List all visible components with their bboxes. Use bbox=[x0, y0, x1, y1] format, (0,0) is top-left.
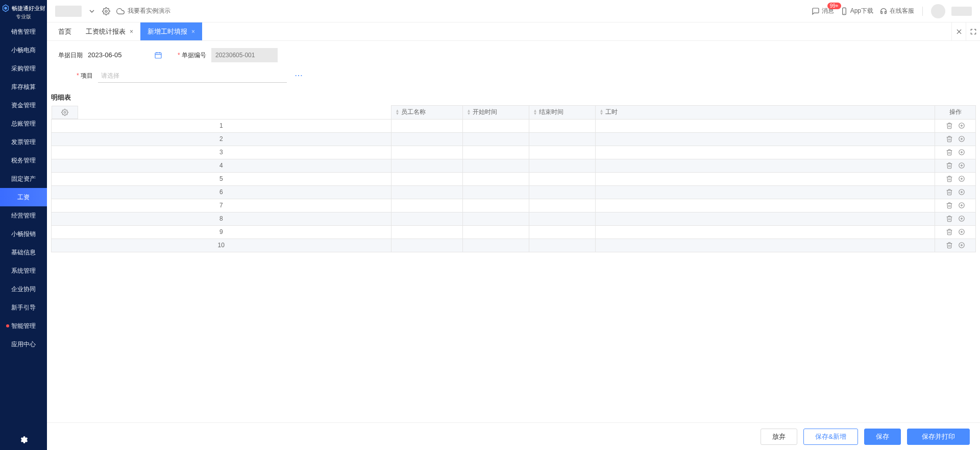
delete-icon[interactable] bbox=[946, 175, 953, 182]
cell-employee[interactable] bbox=[391, 159, 462, 172]
sidebar-item[interactable]: 发票管理 bbox=[0, 133, 47, 151]
cell-employee[interactable] bbox=[391, 185, 462, 199]
cell-start[interactable] bbox=[462, 159, 529, 172]
add-row-icon[interactable] bbox=[958, 162, 965, 169]
sidebar-item[interactable]: 资金管理 bbox=[0, 96, 47, 114]
sidebar-item[interactable]: 工资 bbox=[0, 188, 47, 206]
cell-employee[interactable] bbox=[391, 225, 462, 239]
sidebar-item[interactable]: 固定资产 bbox=[0, 170, 47, 188]
add-row-icon[interactable] bbox=[958, 242, 965, 249]
cell-employee[interactable] bbox=[391, 199, 462, 212]
delete-icon[interactable] bbox=[946, 188, 953, 196]
messages-button[interactable]: 消息 99+ bbox=[812, 7, 834, 15]
cell-end[interactable] bbox=[529, 119, 595, 132]
discard-button[interactable]: 放弃 bbox=[761, 429, 797, 445]
cell-hours[interactable] bbox=[595, 212, 935, 225]
cell-hours[interactable] bbox=[595, 185, 935, 199]
col-hours[interactable]: ▲▼工时 bbox=[595, 106, 935, 120]
cell-end[interactable] bbox=[529, 199, 595, 212]
cell-end[interactable] bbox=[529, 146, 595, 159]
tab[interactable]: 首页 bbox=[51, 22, 79, 40]
sidebar-item[interactable]: 小畅报销 bbox=[0, 225, 47, 243]
cell-hours[interactable] bbox=[595, 199, 935, 212]
user-name-placeholder[interactable] bbox=[951, 7, 972, 16]
sidebar-item[interactable]: 销售管理 bbox=[0, 22, 47, 41]
sidebar-item[interactable]: 系统管理 bbox=[0, 262, 47, 280]
demo-link[interactable]: 我要看实例演示 bbox=[116, 7, 170, 15]
cell-employee[interactable] bbox=[391, 172, 462, 185]
sidebar-item[interactable]: 企业协同 bbox=[0, 280, 47, 298]
tab-close-icon[interactable]: × bbox=[130, 28, 133, 35]
delete-icon[interactable] bbox=[946, 149, 953, 156]
add-row-icon[interactable] bbox=[958, 188, 965, 196]
delete-icon[interactable] bbox=[946, 135, 953, 143]
col-start[interactable]: ▲▼开始时间 bbox=[462, 106, 529, 120]
col-settings[interactable] bbox=[52, 106, 78, 119]
sidebar-item[interactable]: 智能管理 bbox=[0, 317, 47, 335]
cell-start[interactable] bbox=[462, 212, 529, 225]
col-end[interactable]: ▲▼结束时间 bbox=[529, 106, 595, 120]
sidebar-item[interactable]: 小畅电商 bbox=[0, 41, 47, 59]
cell-end[interactable] bbox=[529, 172, 595, 185]
cell-start[interactable] bbox=[462, 119, 529, 132]
cell-hours[interactable] bbox=[595, 225, 935, 239]
sidebar-settings[interactable] bbox=[0, 430, 47, 450]
cell-end[interactable] bbox=[529, 239, 595, 252]
cell-start[interactable] bbox=[462, 225, 529, 239]
cell-employee[interactable] bbox=[391, 146, 462, 159]
add-row-icon[interactable] bbox=[958, 122, 965, 129]
delete-icon[interactable] bbox=[946, 162, 953, 169]
project-input[interactable] bbox=[98, 68, 287, 83]
settings-icon[interactable] bbox=[102, 7, 110, 15]
add-row-icon[interactable] bbox=[958, 175, 965, 182]
cell-hours[interactable] bbox=[595, 119, 935, 132]
delete-icon[interactable] bbox=[946, 242, 953, 249]
delete-icon[interactable] bbox=[946, 122, 953, 129]
save-print-button[interactable]: 保存并打印 bbox=[907, 429, 970, 445]
cell-end[interactable] bbox=[529, 159, 595, 172]
save-add-button[interactable]: 保存&新增 bbox=[803, 429, 858, 445]
sidebar-item[interactable]: 总账管理 bbox=[0, 114, 47, 133]
cell-employee[interactable] bbox=[391, 212, 462, 225]
org-selector-placeholder[interactable] bbox=[55, 6, 82, 17]
cell-start[interactable] bbox=[462, 146, 529, 159]
cell-end[interactable] bbox=[529, 132, 595, 146]
cell-hours[interactable] bbox=[595, 132, 935, 146]
cell-end[interactable] bbox=[529, 185, 595, 199]
app-download-button[interactable]: App下载 bbox=[840, 7, 873, 15]
calendar-icon[interactable] bbox=[154, 51, 162, 59]
sidebar-item[interactable]: 应用中心 bbox=[0, 335, 47, 353]
cell-employee[interactable] bbox=[391, 132, 462, 146]
cell-start[interactable] bbox=[462, 172, 529, 185]
add-row-icon[interactable] bbox=[958, 215, 965, 222]
date-input[interactable] bbox=[88, 48, 149, 62]
delete-icon[interactable] bbox=[946, 215, 953, 222]
tabs-close-all[interactable] bbox=[951, 22, 966, 40]
add-row-icon[interactable] bbox=[958, 149, 965, 156]
tab[interactable]: 工资统计报表× bbox=[79, 22, 140, 40]
cell-start[interactable] bbox=[462, 185, 529, 199]
sidebar-item[interactable]: 库存核算 bbox=[0, 78, 47, 96]
tabs-fullscreen[interactable] bbox=[966, 22, 980, 40]
cell-start[interactable] bbox=[462, 132, 529, 146]
cell-end[interactable] bbox=[529, 225, 595, 239]
tab[interactable]: 新增工时填报× bbox=[140, 22, 202, 40]
add-row-icon[interactable] bbox=[958, 228, 965, 235]
chevron-down-icon[interactable] bbox=[88, 7, 96, 15]
add-row-icon[interactable] bbox=[958, 202, 965, 209]
avatar[interactable] bbox=[931, 4, 945, 18]
cell-hours[interactable] bbox=[595, 172, 935, 185]
cell-start[interactable] bbox=[462, 199, 529, 212]
online-service-button[interactable]: 在线客服 bbox=[879, 7, 914, 15]
delete-icon[interactable] bbox=[946, 202, 953, 209]
sidebar-item[interactable]: 基础信息 bbox=[0, 243, 47, 262]
cell-start[interactable] bbox=[462, 239, 529, 252]
col-employee[interactable]: ▲▼员工名称 bbox=[391, 106, 462, 120]
sidebar-item[interactable]: 经营管理 bbox=[0, 206, 47, 225]
sidebar-item[interactable]: 税务管理 bbox=[0, 151, 47, 170]
tab-close-icon[interactable]: × bbox=[191, 28, 195, 35]
cell-employee[interactable] bbox=[391, 239, 462, 252]
project-more-icon[interactable]: ··· bbox=[295, 72, 303, 79]
cell-hours[interactable] bbox=[595, 239, 935, 252]
cell-hours[interactable] bbox=[595, 146, 935, 159]
